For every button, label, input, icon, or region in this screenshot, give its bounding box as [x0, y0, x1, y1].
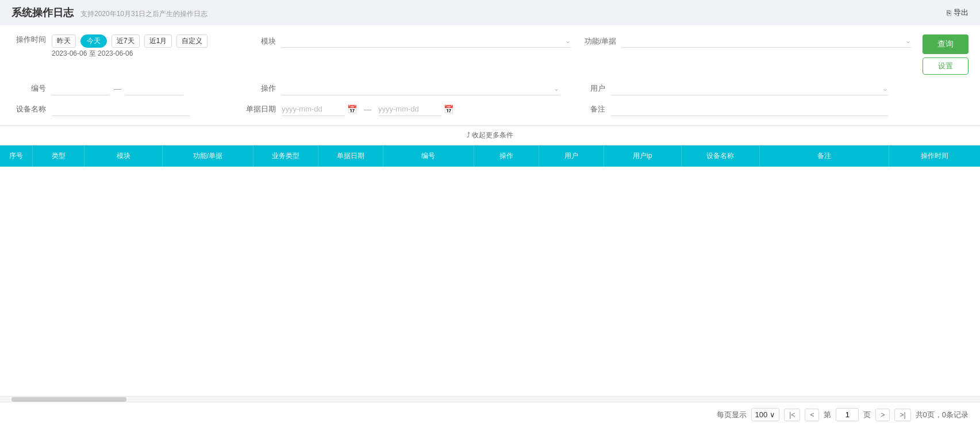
export-icon: ⎘	[947, 9, 951, 17]
per-page-select[interactable]: 100 ∨	[751, 408, 780, 421]
voucher-date-dash: —	[359, 105, 376, 114]
number-label: 编号	[11, 83, 52, 94]
collapse-label: 收起更多条件	[472, 131, 513, 139]
page-title: 系统操作日志	[11, 6, 74, 20]
user-select[interactable]: ⌄	[611, 82, 889, 95]
voucher-date-start-input[interactable]	[282, 102, 345, 116]
function-select[interactable]: ⌄	[622, 34, 912, 48]
remark-label: 备注	[571, 104, 611, 114]
page-input[interactable]	[836, 408, 859, 421]
operation-chevron-icon: ⌄	[554, 84, 559, 93]
col-seqno: 序号	[0, 145, 32, 167]
data-table: 序号 类型 模块 功能/单据 业务类型 单据日期 编号 操作 用户 用户ip 设…	[0, 145, 980, 167]
query-button[interactable]: 查询	[923, 34, 969, 54]
col-device: 设备名称	[682, 145, 759, 167]
number-end-input[interactable]	[126, 82, 183, 95]
col-user: 用户	[539, 145, 604, 167]
time-btn-yesterday[interactable]: 昨天	[52, 34, 76, 48]
user-label: 用户	[571, 83, 611, 94]
collapse-bar[interactable]: ⤴ 收起更多条件	[0, 126, 980, 145]
voucher-date-label: 单据日期	[241, 104, 282, 114]
voucher-date-end-input[interactable]	[378, 102, 441, 116]
time-btn-1month[interactable]: 近1月	[144, 34, 172, 48]
calendar-start-icon[interactable]: 📅	[347, 105, 357, 114]
col-function: 功能/单据	[162, 145, 253, 167]
remark-input[interactable]	[611, 102, 889, 116]
date-range-display: 2023-06-06 至 2023-06-06	[52, 49, 207, 59]
pagination-bar: 每页显示 100 ∨ |< < 第 页 > >| 共0页，0条记录	[0, 402, 980, 427]
col-op-time: 操作时间	[889, 145, 980, 167]
operation-select[interactable]: ⌄	[282, 82, 559, 95]
col-voucher-date: 单据日期	[318, 145, 383, 167]
empty-area	[0, 167, 980, 385]
last-page-button[interactable]: >|	[894, 409, 910, 421]
col-biz-type: 业务类型	[253, 145, 318, 167]
col-type: 类型	[32, 145, 84, 167]
module-chevron-icon: ⌄	[565, 37, 571, 45]
calendar-end-icon[interactable]: 📅	[444, 105, 454, 114]
col-number: 编号	[383, 145, 474, 167]
per-page-value: 100	[755, 410, 768, 419]
scrollbar-thumb[interactable]	[11, 397, 126, 402]
prev-page-button[interactable]: <	[805, 409, 819, 421]
number-start-input[interactable]	[52, 82, 109, 95]
user-chevron-icon: ⌄	[882, 84, 888, 93]
function-chevron-icon: ⌄	[905, 37, 911, 45]
next-page-button[interactable]: >	[875, 409, 890, 421]
table-header-row: 序号 类型 模块 功能/单据 业务类型 单据日期 编号 操作 用户 用户ip 设…	[0, 145, 980, 167]
module-select[interactable]: ⌄	[282, 34, 571, 48]
per-page-label: 每页显示	[717, 410, 747, 420]
collapse-icon: ⤴	[467, 131, 470, 139]
col-operation: 操作	[474, 145, 539, 167]
page-label: 第	[824, 410, 831, 420]
col-module: 模块	[84, 145, 162, 167]
first-page-button[interactable]: |<	[784, 409, 800, 421]
time-filter-label: 操作时间	[11, 34, 52, 45]
time-btn-today[interactable]: 今天	[80, 34, 107, 48]
number-dash: —	[109, 84, 126, 93]
operation-label: 操作	[241, 83, 282, 94]
device-input[interactable]	[52, 102, 190, 116]
per-page-arrow-icon: ∨	[770, 410, 775, 419]
device-label: 设备名称	[11, 104, 52, 114]
time-btn-7days[interactable]: 近7天	[112, 34, 140, 48]
export-label: 导出	[954, 7, 969, 18]
settings-button[interactable]: 设置	[923, 57, 969, 75]
time-btn-custom[interactable]: 自定义	[176, 34, 207, 48]
scrollbar-area[interactable]	[0, 396, 980, 402]
module-label: 模块	[241, 36, 282, 47]
total-info: 共0页，0条记录	[916, 410, 969, 420]
function-label: 功能/单据	[582, 36, 622, 47]
page-unit: 页	[863, 410, 871, 420]
page-subtitle: 支持2020年10月31日之后产生的操作日志	[80, 9, 207, 19]
col-user-ip: 用户ip	[604, 145, 681, 167]
col-remark: 备注	[759, 145, 889, 167]
export-button[interactable]: ⎘ 导出	[947, 7, 969, 18]
